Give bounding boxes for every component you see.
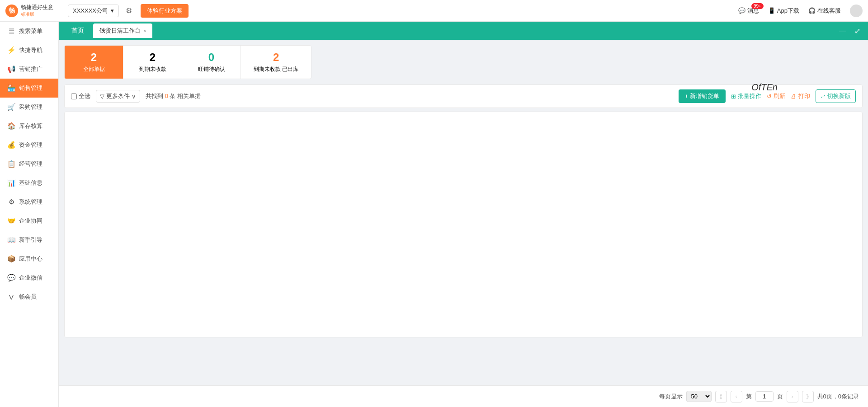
sidebar-item-search[interactable]: ☰ 搜索菜单 — [0, 22, 58, 41]
main-content: 2 全部单据 2 到期未收款 0 旺铺待确认 2 到期未收款 已出库 全选 ▽ … — [59, 40, 868, 407]
found-count: 0 — [165, 93, 168, 99]
sidebar-item-sales[interactable]: 🏪 销售管理 — [0, 79, 58, 98]
switch-version-button[interactable]: ⇌ 切换新版 — [816, 89, 856, 103]
toolbar: 全选 ▽ 更多条件 ∨ 共找到 0 条 相关单据 + 新增销货单 ⊞ 批量操作 … — [64, 84, 863, 108]
page-label: 第 — [746, 393, 752, 401]
stat-out-label: 到期未收款 已出库 — [254, 65, 298, 73]
sidebar-item-wechat[interactable]: 💬 企业微信 — [0, 268, 58, 287]
pagination: 每页显示 50 100 200 ⟪ ‹ 第 页 › ⟫ 共0页，0条记录 — [59, 385, 868, 407]
search-icon: ☰ — [7, 27, 15, 35]
sidebar-item-finance[interactable]: 💰 资金管理 — [0, 136, 58, 154]
inventory-icon: 🏠 — [7, 122, 15, 130]
often-text: OfTEn — [751, 82, 778, 93]
stat-overdue[interactable]: 2 到期未收款 — [123, 46, 182, 79]
message-button[interactable]: 💬 消息 99+ — [738, 7, 759, 15]
stat-out-num: 2 — [254, 51, 298, 64]
tab-minimize-button[interactable]: — — [837, 25, 848, 36]
filter-icon: ▽ — [100, 93, 104, 100]
stat-overdue-num: 2 — [136, 51, 169, 64]
avatar-image — [850, 5, 863, 17]
add-sales-button[interactable]: + 新增销货单 — [679, 89, 726, 103]
batch-operation-button[interactable]: ⊞ 批量操作 — [731, 92, 761, 100]
page-suffix: 页 — [777, 393, 783, 401]
next-page-button[interactable]: › — [787, 391, 798, 402]
chevron-down-icon: ▾ — [111, 7, 114, 14]
user-avatar[interactable] — [850, 5, 863, 17]
stat-overdue-label: 到期未收款 — [136, 65, 169, 73]
refresh-icon: ↺ — [767, 93, 772, 100]
tab-close-icon[interactable]: × — [143, 28, 146, 33]
sidebar-item-purchase[interactable]: 🛒 采购管理 — [0, 98, 58, 117]
guide-icon: 📖 — [7, 236, 15, 244]
logo-icon: 畅 — [5, 5, 18, 17]
batch-icon: ⊞ — [731, 93, 736, 100]
tab-bar-right: — ⤢ — [837, 25, 863, 36]
refresh-button[interactable]: ↺ 刷新 — [767, 92, 785, 100]
stat-wangpu-label: 旺铺待确认 — [195, 65, 228, 73]
tab-maximize-button[interactable]: ⤢ — [852, 25, 863, 36]
print-icon: 🖨 — [791, 93, 797, 100]
operations-icon: 📋 — [7, 160, 15, 168]
first-page-button[interactable]: ⟪ — [715, 391, 727, 402]
app-download-button[interactable]: 📱 App下载 — [768, 7, 799, 15]
print-button[interactable]: 🖨 打印 — [791, 92, 810, 100]
switch-icon: ⇌ — [821, 93, 826, 100]
sidebar-item-basic-info[interactable]: 📊 基础信息 — [0, 173, 58, 192]
last-page-button[interactable]: ⟫ — [802, 391, 814, 402]
per-page-label: 每页显示 — [659, 393, 683, 401]
prev-page-button[interactable]: ‹ — [731, 391, 742, 402]
logo-area: 畅 畅捷通好生意 标准版 — [5, 4, 64, 17]
sidebar-item-guide[interactable]: 📖 新手引导 — [0, 230, 58, 249]
company-selector[interactable]: XXXXXX公司 ▾ — [68, 5, 119, 17]
sidebar-item-member[interactable]: V 畅会员 — [0, 287, 58, 306]
filter-chevron-icon: ∨ — [132, 93, 136, 100]
sidebar-item-quick-nav[interactable]: ⚡ 快捷导航 — [0, 41, 58, 60]
experience-button[interactable]: 体验行业方案 — [141, 4, 189, 18]
page-number-input[interactable] — [755, 391, 774, 402]
system-icon: ⚙ — [7, 198, 15, 206]
quick-nav-icon: ⚡ — [7, 46, 15, 54]
basic-info-icon: 📊 — [7, 179, 15, 187]
purchase-icon: 🛒 — [7, 103, 15, 111]
top-header: 畅 畅捷通好生意 标准版 XXXXXX公司 ▾ ⚙ 体验行业方案 💬 消息 99… — [0, 0, 868, 22]
tab-bar: 首页 钱货日清工作台 × — ⤢ — [59, 22, 868, 40]
sidebar-item-inventory[interactable]: 🏠 库存核算 — [0, 117, 58, 136]
wechat-icon: 💬 — [7, 274, 15, 282]
select-all-checkbox[interactable]: 全选 — [71, 92, 90, 100]
finance-icon: 💰 — [7, 141, 15, 149]
stat-out[interactable]: 2 到期未收款 已出库 — [241, 46, 311, 79]
stat-wangpu[interactable]: 0 旺铺待确认 — [182, 46, 241, 79]
message-badge: 99+ — [751, 3, 764, 9]
found-text: 共找到 0 条 相关单据 — [146, 92, 201, 100]
per-page-select[interactable]: 50 100 200 — [686, 391, 712, 402]
sidebar-item-app-center[interactable]: 📦 应用中心 — [0, 249, 58, 268]
stat-wangpu-num: 0 — [195, 51, 228, 64]
marketing-icon: 📢 — [7, 65, 15, 73]
sales-icon: 🏪 — [7, 84, 15, 92]
tab-qianhuoriqing[interactable]: 钱货日清工作台 × — [93, 23, 152, 38]
member-icon: V — [7, 293, 15, 301]
sidebar-item-system[interactable]: ⚙ 系统管理 — [0, 192, 58, 211]
stat-all-num: 2 — [77, 51, 110, 64]
table-area — [64, 112, 863, 337]
sidebar: ☰ 搜索菜单 ⚡ 快捷导航 📢 营销推广 🏪 销售管理 🛒 采购管理 🏠 库存核… — [0, 22, 59, 407]
sidebar-item-marketing[interactable]: 📢 营销推广 — [0, 60, 58, 79]
service-icon: 🎧 — [808, 7, 816, 14]
online-service-button[interactable]: 🎧 在线客服 — [808, 7, 841, 15]
download-icon: 📱 — [768, 7, 775, 14]
tab-home[interactable]: 首页 — [64, 22, 91, 40]
sidebar-item-enterprise[interactable]: 🤝 企业协同 — [0, 211, 58, 230]
stat-all[interactable]: 2 全部单据 — [65, 46, 123, 79]
select-all-input[interactable] — [71, 94, 77, 99]
app-center-icon: 📦 — [7, 255, 15, 263]
more-filter-button[interactable]: ▽ 更多条件 ∨ — [96, 90, 140, 103]
enterprise-icon: 🤝 — [7, 217, 15, 225]
sidebar-item-operations[interactable]: 📋 经营管理 — [0, 154, 58, 173]
total-records: 共0页，0条记录 — [817, 393, 859, 401]
stat-all-label: 全部单据 — [77, 65, 110, 73]
stats-row: 2 全部单据 2 到期未收款 0 旺铺待确认 2 到期未收款 已出库 — [64, 45, 311, 79]
header-right: 💬 消息 99+ 📱 App下载 🎧 在线客服 — [738, 5, 863, 17]
settings-button[interactable]: ⚙ — [123, 5, 135, 17]
logo-text: 畅捷通好生意 标准版 — [21, 4, 53, 17]
message-icon: 💬 — [738, 7, 745, 14]
